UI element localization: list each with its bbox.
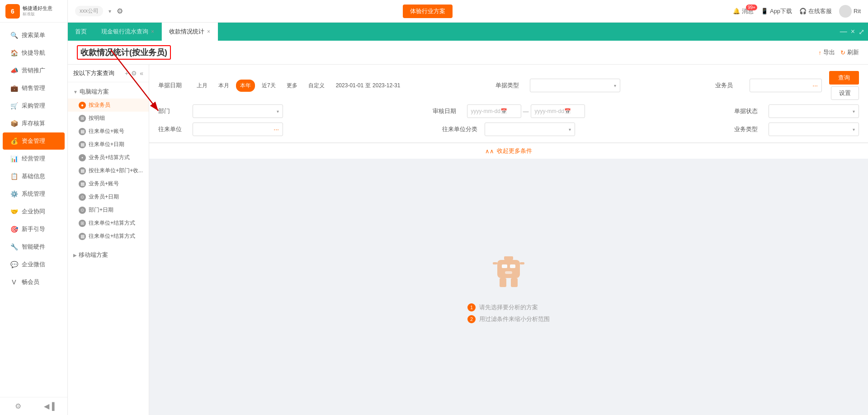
window-minimize-icon[interactable]: —: [840, 28, 847, 36]
tab-bank-flow[interactable]: 现金银行流水查询 ×: [94, 23, 162, 41]
partner-category-select[interactable]: ▾: [485, 123, 575, 136]
trial-button[interactable]: 体验行业方案: [403, 5, 453, 18]
dept-select[interactable]: ▾: [193, 104, 283, 118]
tree-item-by-salesperson[interactable]: ● 按业务员: [68, 99, 149, 112]
home-icon: 🏠: [10, 49, 18, 57]
tab-home[interactable]: 首页: [68, 28, 94, 36]
this-year-btn[interactable]: 本年: [236, 80, 255, 92]
tree-item-by-detail[interactable]: ⊞ 按明细: [68, 112, 149, 125]
sidebar-item-hardware[interactable]: 🔧 智能硬件: [3, 238, 65, 255]
tip1-number: 1: [467, 303, 476, 311]
salesperson-date-icon: ⊙: [79, 193, 86, 201]
tree-item-partner-settlement1[interactable]: ⊞ 往来单位+结算方式: [68, 217, 149, 230]
doc-status-label: 单据状态: [734, 107, 761, 115]
partner-settlement1-icon: ⊞: [79, 220, 86, 227]
tab-collection-stats[interactable]: 收款情况统计 ×: [162, 23, 218, 41]
briefcase-icon: 💼: [10, 84, 18, 92]
sidebar-item-purchase[interactable]: 🛒 采购管理: [3, 97, 65, 114]
mobile-expand-icon: ▶: [73, 253, 77, 258]
sidebar-item-search[interactable]: 🔍 搜索菜单: [3, 27, 65, 44]
salesperson-more-icon[interactable]: ···: [812, 82, 818, 89]
left-panel: 按以下方案查询 + ⚙ « ▼ 电脑端方案 ● 按业务员: [68, 65, 149, 415]
last7days-btn[interactable]: 近7天: [258, 80, 280, 92]
business-type-select[interactable]: ▾: [769, 123, 859, 136]
scheme-settings-icon[interactable]: ⚙: [131, 70, 137, 77]
download-icon: 📱: [761, 8, 768, 14]
calendar-end-icon[interactable]: 📅: [564, 108, 571, 114]
company-breadcrumb: xxx公司: [75, 6, 103, 16]
sidebar-settings-btn[interactable]: ⚙: [5, 402, 32, 410]
svg-rect-7: [505, 271, 512, 274]
custom-date-btn[interactable]: 自定义: [304, 80, 329, 92]
tab-close-collection-stats[interactable]: ×: [207, 28, 210, 35]
logo-text: 畅捷通好生意: [23, 5, 52, 11]
tree-item-salesperson-settlement[interactable]: ▪ 业务员+结算方式: [68, 151, 149, 164]
notification-btn[interactable]: 🔔 消息 99+: [733, 7, 754, 15]
query-button[interactable]: 查询: [829, 71, 859, 85]
filter-row-1: 单据日期 上月 本月 本年 近7天 更多 自定义 2023-01-01 至: [158, 71, 859, 100]
sidebar-item-basicinfo[interactable]: 📋 基础信息: [3, 168, 65, 185]
tab-close-bank-flow[interactable]: ×: [151, 28, 154, 35]
window-maximize-icon[interactable]: ⤢: [859, 28, 864, 36]
collapse-more-bar[interactable]: ∧∧ 收起更多条件: [149, 143, 868, 159]
sidebar-item-quicknav[interactable]: 🏠 快捷导航: [3, 44, 65, 61]
sidebar: 6 畅捷通好生意 标准版 🔍 搜索菜单 🏠 快捷导航 📣 营销推广 💼 销售管理…: [0, 0, 68, 415]
doc-type-label: 单据类型: [495, 81, 523, 90]
app-logo: 6 畅捷通好生意 标准版: [0, 0, 67, 23]
sidebar-item-wechat[interactable]: 💬 企业微信: [3, 256, 65, 273]
sidebar-item-sales[interactable]: 💼 销售管理: [3, 80, 65, 97]
tree-item-salesperson-date[interactable]: ⊙ 业务员+日期: [68, 190, 149, 203]
empty-tip-1: 1 请先选择要分析的方案: [467, 303, 550, 311]
online-service-btn[interactable]: 🎧 在线客服: [799, 7, 832, 15]
svg-rect-3: [500, 278, 506, 287]
tree-item-dept-date[interactable]: ⊙ 部门+日期: [68, 203, 149, 217]
top-header: xxx公司 ▾ ⚙ 体验行业方案 🔔 消息 99+ 📱 App下载 🎧 在线客服…: [68, 0, 868, 23]
search-icon: 🔍: [10, 31, 18, 39]
sidebar-bottom: ⚙ ◀▐: [0, 397, 67, 415]
tree-item-partner-dept-collect[interactable]: ▦ 按往来单位+部门+收...: [68, 164, 149, 177]
sidebar-menu: 🔍 搜索菜单 🏠 快捷导航 📣 营销推广 💼 销售管理 🛒 采购管理 📦 库存核…: [0, 23, 67, 397]
date-range: 2023-01-01 至 2023-12-31: [336, 82, 401, 90]
calendar-start-icon[interactable]: 📅: [500, 108, 507, 114]
tree-item-salesperson-account[interactable]: ▦ 业务员+账号: [68, 177, 149, 190]
setting-button[interactable]: 设置: [831, 86, 859, 100]
sidebar-item-enterprise[interactable]: 🤝 企业协同: [3, 203, 65, 220]
collapse-panel-icon[interactable]: «: [140, 70, 143, 77]
partner-dept-icon: ▦: [79, 167, 86, 174]
review-date-start[interactable]: yyyy-mm-dd 📅: [467, 104, 521, 118]
sidebar-item-vip[interactable]: V 畅会员: [3, 274, 65, 291]
sidebar-item-guide[interactable]: 🎯 新手引导: [3, 221, 65, 238]
mobile-section-header[interactable]: ▶ 移动端方案: [68, 248, 149, 262]
sidebar-collapse-btn[interactable]: ◀▐: [36, 402, 63, 410]
last-month-btn[interactable]: 上月: [193, 80, 212, 92]
by-detail-icon: ⊞: [79, 115, 86, 122]
refresh-btn[interactable]: ↻ 刷新: [840, 48, 859, 57]
desktop-section-header[interactable]: ▼ 电脑端方案: [68, 85, 149, 99]
sidebar-item-operations[interactable]: 📊 经营管理: [3, 150, 65, 167]
window-close-icon[interactable]: ×: [851, 28, 855, 36]
doc-type-select[interactable]: ▾: [530, 79, 620, 92]
sidebar-item-marketing[interactable]: 📣 营销推广: [3, 62, 65, 79]
this-month-btn[interactable]: 本月: [214, 80, 233, 92]
more-date-btn[interactable]: 更多: [283, 80, 302, 92]
app-download-btn[interactable]: 📱 App下载: [761, 7, 792, 15]
sidebar-item-finance[interactable]: 💰 资金管理: [3, 132, 65, 150]
desktop-section: ▼ 电脑端方案 ● 按业务员 ⊞ 按明细 ▦ 往来单位+账号: [68, 82, 149, 245]
tree-item-partner-date[interactable]: ▦ 往来单位+日期: [68, 138, 149, 151]
notification-badge: 99+: [746, 5, 757, 10]
doc-status-select[interactable]: ▾: [769, 104, 859, 118]
header-gear-icon[interactable]: ⚙: [117, 7, 123, 15]
review-date-end[interactable]: yyyy-mm-dd 📅: [531, 104, 585, 118]
add-scheme-icon[interactable]: +: [125, 70, 128, 77]
sidebar-item-inventory[interactable]: 📦 库存核算: [3, 115, 65, 132]
sidebar-item-system[interactable]: ⚙️ 系统管理: [3, 185, 65, 203]
tree-item-partner-account[interactable]: ▦ 往来单位+账号: [68, 125, 149, 138]
export-btn[interactable]: ↑ 导出: [819, 48, 835, 57]
breadcrumb-arrow-icon[interactable]: ▾: [108, 8, 111, 14]
salesperson-select[interactable]: ···: [750, 79, 822, 92]
user-avatar[interactable]: Rit: [839, 5, 861, 18]
partner-select[interactable]: ···: [193, 123, 283, 136]
partner-settlement2-icon: ▦: [79, 233, 86, 240]
tree-item-partner-settlement2[interactable]: ▦ 往来单位+结算方式: [68, 230, 149, 243]
partner-more-icon[interactable]: ···: [274, 126, 279, 133]
